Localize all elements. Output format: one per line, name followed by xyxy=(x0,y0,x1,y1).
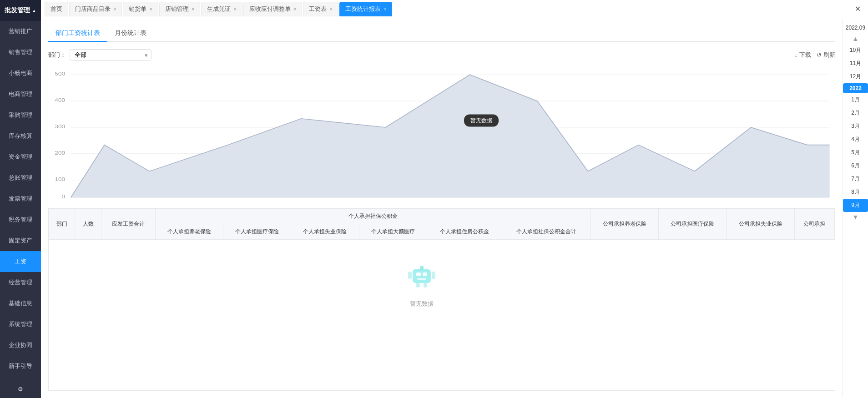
sidebar-item-basic[interactable]: 基础信息 xyxy=(0,293,41,314)
sidebar-item-cloud[interactable]: 云应用 xyxy=(0,377,41,380)
stats-table: 部门 人数 应发工资合计 个人承担社保公积金 公司承担养老保险 公司承担医疗保险… xyxy=(49,208,835,326)
toolbar-left: 部门： 全部 xyxy=(48,49,151,60)
date-month-mar[interactable]: 3月 xyxy=(843,120,868,133)
tab-salary-report[interactable]: 工资统计报表× xyxy=(339,2,392,16)
settings-icon: ⚙ xyxy=(18,386,23,393)
sidebar-item-inventory[interactable]: 库存核算 xyxy=(0,126,41,146)
sidebar-item-finance[interactable]: 资金管理 xyxy=(0,146,41,167)
date-month-aug[interactable]: 8月 xyxy=(843,186,868,199)
sidebar-item-tax[interactable]: 税务管理 xyxy=(0,209,41,230)
svg-marker-12 xyxy=(71,75,829,197)
download-icon: ↓ xyxy=(795,51,798,58)
empty-label: 暂无数据 xyxy=(410,300,434,308)
tab-store-mgmt[interactable]: 店铺管理× xyxy=(159,2,200,16)
col-company-medical: 公司承担医疗保险 xyxy=(659,209,727,240)
col-count: 人数 xyxy=(75,209,101,240)
tab-close-payroll[interactable]: × xyxy=(329,6,332,12)
col-gross: 应发工资合计 xyxy=(101,209,155,240)
date-current[interactable]: 2022.09 xyxy=(846,22,865,34)
tab-label-salary-report: 工资统计报表 xyxy=(345,5,381,13)
tab-bar: 首页门店商品目录×销货单×店铺管理×生成凭证×应收应付调整单×工资表×工资统计报… xyxy=(41,0,868,18)
col-company-unemployment: 公司承担失业保险 xyxy=(727,209,794,240)
sidebar-item-sales[interactable]: 销售管理 xyxy=(0,42,41,63)
date-month-may[interactable]: 5月 xyxy=(843,146,868,159)
sidebar-item-system[interactable]: 系统管理 xyxy=(0,314,41,335)
refresh-icon: ↺ xyxy=(817,51,822,58)
download-button[interactable]: ↓ 下载 xyxy=(795,51,812,59)
tab-label-home: 首页 xyxy=(50,5,62,13)
sidebar-item-ecommerce-small[interactable]: 小畅电商 xyxy=(0,63,41,84)
tab-label-payroll: 工资表 xyxy=(309,5,327,13)
tab-close-voucher[interactable]: × xyxy=(233,6,236,12)
svg-rect-17 xyxy=(420,266,424,270)
sidebar-item-ledger[interactable]: 总账管理 xyxy=(0,167,41,188)
date-down-button[interactable]: ▼ xyxy=(849,212,862,222)
tab-close-salary-report[interactable]: × xyxy=(384,6,386,12)
empty-icon xyxy=(404,258,440,294)
sidebar-item-invoice[interactable]: 发票管理 xyxy=(0,188,41,209)
date-month-dec[interactable]: 12月 xyxy=(843,70,868,83)
date-year-2022[interactable]: 2022 xyxy=(843,83,868,93)
svg-rect-20 xyxy=(416,283,420,287)
chart-svg: 500 400 300 200 100 0 xyxy=(48,66,835,202)
date-up-button[interactable]: ▲ xyxy=(849,34,862,44)
tab-sales-order[interactable]: 销货单× xyxy=(123,2,158,16)
col-personal-unemployment: 个人承担失业保险 xyxy=(291,224,359,240)
date-month-jun[interactable]: 6月 xyxy=(843,159,868,172)
empty-row: 暂无数据 xyxy=(49,240,835,327)
date-month-nov[interactable]: 11月 xyxy=(843,57,868,70)
table-body: 暂无数据 xyxy=(49,240,835,327)
sidebar-item-guide[interactable]: 新手引导 xyxy=(0,356,41,377)
page-area: 部门工资统计表月份统计表 部门： 全部 ↓ 下载 xyxy=(41,18,843,398)
sidebar-item-operations[interactable]: 经营管理 xyxy=(0,272,41,293)
tab-label-store-mgmt: 店铺管理 xyxy=(165,5,189,13)
sidebar-item-salary[interactable]: 工资 xyxy=(0,251,41,272)
date-month-apr[interactable]: 4月 xyxy=(843,133,868,146)
empty-state: 暂无数据 xyxy=(49,240,795,326)
sidebar: 批发管理 ▲ 营销推广销售管理小畅电商电商管理采购管理库存核算资金管理总账管理发… xyxy=(0,0,41,398)
tab-home[interactable]: 首页 xyxy=(45,2,68,16)
sub-tab-month-stats[interactable]: 月份统计表 xyxy=(107,25,154,42)
svg-rect-13 xyxy=(413,269,431,283)
tab-voucher[interactable]: 生成凭证× xyxy=(201,2,242,16)
col-personal-housing: 个人承担住房公积金 xyxy=(427,224,502,240)
sidebar-item-enterprise[interactable]: 企业协同 xyxy=(0,335,41,356)
svg-text:100: 100 xyxy=(55,176,65,182)
sidebar-item-assets[interactable]: 固定资产 xyxy=(0,230,41,251)
tab-payable[interactable]: 应收应付调整单× xyxy=(243,2,302,16)
chart-container: 500 400 300 200 100 0 xyxy=(48,66,835,202)
date-month-sep[interactable]: 9月 xyxy=(843,199,868,212)
sidebar-chevron-icon: ▲ xyxy=(32,8,36,13)
date-month-jan[interactable]: 1月 xyxy=(843,93,868,106)
svg-text:300: 300 xyxy=(55,123,65,130)
sidebar-item-ecommerce[interactable]: 电商管理 xyxy=(0,84,41,105)
sidebar-title: 批发管理 xyxy=(5,6,30,15)
col-company-other: 公司承担 xyxy=(794,209,834,240)
svg-rect-16 xyxy=(417,278,426,280)
tab-label-payable: 应收应付调整单 xyxy=(249,5,291,13)
tab-product-catalog[interactable]: 门店商品目录× xyxy=(69,2,122,16)
date-month-jul[interactable]: 7月 xyxy=(843,172,868,186)
tab-payroll[interactable]: 工资表× xyxy=(303,2,338,16)
sidebar-item-marketing[interactable]: 营销推广 xyxy=(0,21,41,42)
sidebar-header[interactable]: 批发管理 ▲ xyxy=(0,0,41,21)
tab-close-sales-order[interactable]: × xyxy=(149,6,152,12)
sidebar-item-purchase[interactable]: 采购管理 xyxy=(0,105,41,126)
date-month-feb[interactable]: 2月 xyxy=(843,106,868,120)
dept-select[interactable]: 全部 xyxy=(70,49,151,60)
refresh-button[interactable]: ↺ 刷新 xyxy=(817,51,835,59)
date-month-oct[interactable]: 10月 xyxy=(843,44,868,57)
table-group-header-row: 部门 人数 应发工资合计 个人承担社保公积金 公司承担养老保险 公司承担医疗保险… xyxy=(49,209,835,224)
tab-label-sales-order: 销货单 xyxy=(129,5,146,13)
tab-close-product-catalog[interactable]: × xyxy=(113,6,116,12)
sub-tabs: 部门工资统计表月份统计表 xyxy=(48,25,835,42)
sidebar-footer[interactable]: ⚙ xyxy=(0,380,41,398)
tab-close-payable[interactable]: × xyxy=(293,6,296,12)
close-all-tabs-button[interactable]: ✕ xyxy=(851,3,864,15)
sub-tab-dept-stats[interactable]: 部门工资统计表 xyxy=(48,25,107,42)
col-personal-serious: 个人承担大额医疗 xyxy=(359,224,427,240)
svg-text:0: 0 xyxy=(62,193,66,200)
table-wrapper[interactable]: 部门 人数 应发工资合计 个人承担社保公积金 公司承担养老保险 公司承担医疗保险… xyxy=(48,208,835,391)
dept-select-wrapper: 全部 xyxy=(70,49,151,60)
tab-close-store-mgmt[interactable]: × xyxy=(192,6,194,12)
